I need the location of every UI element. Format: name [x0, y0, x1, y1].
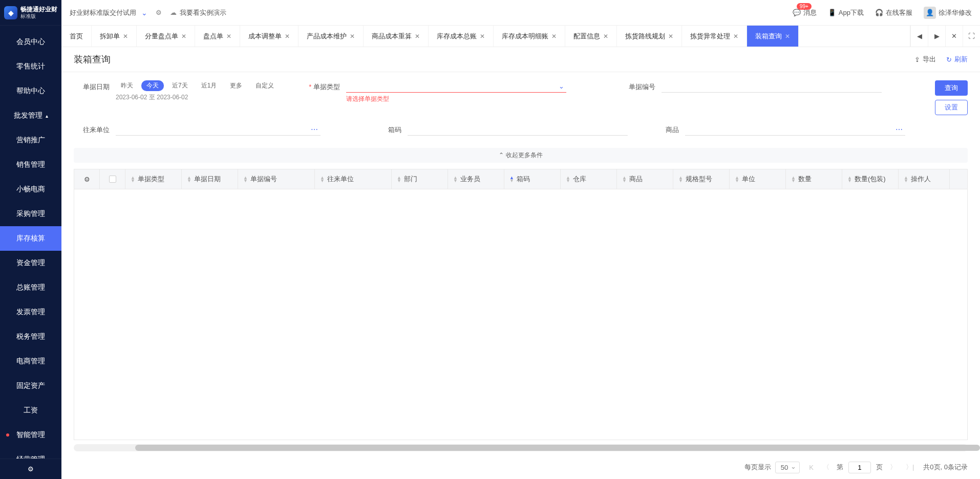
tab-2[interactable]: 分量盘点单✕: [137, 26, 195, 47]
close-icon[interactable]: ✕: [350, 33, 355, 40]
sidebar-item-9[interactable]: 资金管理: [0, 251, 61, 275]
page-input[interactable]: [848, 462, 871, 473]
query-button[interactable]: 查询: [935, 80, 968, 96]
tab-9[interactable]: 配置信息✕: [565, 26, 617, 47]
close-icon[interactable]: ✕: [551, 33, 557, 40]
tab-12[interactable]: 装箱查询✕: [747, 26, 799, 47]
messages-link[interactable]: 99+ 💬 消息: [793, 8, 817, 17]
tab-7[interactable]: 库存成本总账✕: [429, 26, 494, 47]
chevron-down-icon[interactable]: ⌄: [559, 82, 564, 90]
column-header-8[interactable]: ▲▼商品: [617, 169, 673, 189]
column-header-6[interactable]: ▲▼箱码: [504, 169, 561, 189]
column-header-12[interactable]: ▲▼数量(包装): [842, 169, 899, 189]
page-next[interactable]: 〉: [888, 462, 899, 473]
date-chip-5[interactable]: 自定义: [250, 80, 279, 91]
sidebar-item-12[interactable]: 税务管理: [0, 324, 61, 349]
sidebar-item-7[interactable]: 采购管理: [0, 202, 61, 226]
close-icon[interactable]: ✕: [733, 33, 738, 40]
close-icon[interactable]: ✕: [415, 33, 420, 40]
doc-type-select[interactable]: [346, 80, 566, 93]
product-input[interactable]: [685, 123, 905, 136]
sidebar-item-16[interactable]: 智能管理: [0, 423, 61, 447]
sidebar-item-1[interactable]: 零售统计: [0, 54, 61, 79]
user-menu[interactable]: 👤 徐泽华修改: [924, 7, 972, 19]
close-icon[interactable]: ✕: [668, 33, 673, 40]
date-chip-3[interactable]: 近1月: [196, 80, 222, 91]
sidebar-settings[interactable]: ⚙: [0, 459, 61, 479]
sidebar-item-15[interactable]: 工资: [0, 398, 61, 423]
tab-6[interactable]: 商品成本重算✕: [364, 26, 429, 47]
close-icon[interactable]: ✕: [285, 33, 290, 40]
tab-0[interactable]: 首页: [61, 26, 92, 47]
tabs-fullscreen[interactable]: ⛶: [963, 26, 980, 47]
sidebar-item-6[interactable]: 小畅电商: [0, 177, 61, 202]
column-header-4[interactable]: ▲▼部门: [392, 169, 448, 189]
page-first[interactable]: K: [807, 463, 816, 472]
export-button[interactable]: ⇪ 导出: [914, 55, 936, 64]
tab-4[interactable]: 成本调整单✕: [240, 26, 299, 47]
sidebar-item-14[interactable]: 固定资产: [0, 374, 61, 398]
sidebar-item-2[interactable]: 帮助中心: [0, 79, 61, 103]
customer-service-link[interactable]: 🎧 在线客服: [875, 8, 912, 17]
product-selector[interactable]: 好业财标准版交付试用 ⌄: [70, 8, 147, 17]
tab-11[interactable]: 拣货异常处理✕: [682, 26, 747, 47]
partner-input[interactable]: [116, 123, 321, 136]
close-icon[interactable]: ✕: [480, 33, 485, 40]
date-chip-0[interactable]: 昨天: [116, 80, 138, 91]
sidebar-item-10[interactable]: 总账管理: [0, 275, 61, 300]
tab-8[interactable]: 库存成本明细账✕: [494, 26, 565, 47]
tabs-next[interactable]: ▶: [928, 26, 945, 47]
tab-10[interactable]: 拣货路线规划✕: [617, 26, 682, 47]
app-download-link[interactable]: 📱 App下载: [828, 8, 864, 17]
column-header-0[interactable]: ▲▼单据类型: [125, 169, 182, 189]
close-icon[interactable]: ✕: [123, 33, 128, 40]
docno-input[interactable]: [662, 80, 882, 93]
page-size-select[interactable]: 50: [775, 462, 800, 473]
refresh-button[interactable]: ↻ 刷新: [946, 55, 968, 64]
close-icon[interactable]: ✕: [785, 33, 790, 40]
column-settings[interactable]: ⚙: [74, 169, 100, 189]
column-header-1[interactable]: ▲▼单据日期: [182, 169, 238, 189]
column-header-5[interactable]: ▲▼业务员: [448, 169, 504, 189]
column-header-2[interactable]: ▲▼单据编号: [238, 169, 315, 189]
tab-3[interactable]: 盘点单✕: [195, 26, 240, 47]
column-header-10[interactable]: ▲▼单位: [730, 169, 786, 189]
boxcode-input[interactable]: [408, 123, 628, 136]
sidebar-item-8[interactable]: 库存核算: [0, 226, 61, 251]
page-prev[interactable]: 〈: [821, 462, 832, 473]
more-icon[interactable]: ⋯: [896, 125, 903, 134]
sidebar-item-4[interactable]: 营销推广: [0, 128, 61, 153]
column-header-3[interactable]: ▲▼往来单位: [315, 169, 392, 189]
close-icon[interactable]: ✕: [181, 33, 186, 40]
collapse-filters[interactable]: ⌃ 收起更多条件: [74, 148, 968, 163]
date-chip-1[interactable]: 今天: [141, 80, 164, 91]
column-header-7[interactable]: ▲▼仓库: [561, 169, 617, 189]
sidebar-item-17[interactable]: 经营管理: [0, 447, 61, 459]
product-settings-icon[interactable]: ⚙: [156, 9, 162, 16]
scrollbar-thumb[interactable]: [135, 445, 980, 451]
tab-1[interactable]: 拆卸单✕: [92, 26, 137, 47]
sidebar-item-5[interactable]: 销售管理: [0, 153, 61, 177]
page-last[interactable]: 〉|: [904, 462, 916, 473]
sidebar-item-3[interactable]: 批发管理: [0, 103, 61, 128]
close-icon[interactable]: ✕: [603, 33, 608, 40]
horizontal-scrollbar[interactable]: [74, 444, 968, 451]
sidebar-item-13[interactable]: 电商管理: [0, 349, 61, 374]
tabs-prev[interactable]: ◀: [910, 26, 928, 47]
column-header-11[interactable]: ▲▼数量: [786, 169, 842, 189]
settings-button[interactable]: 设置: [935, 100, 968, 115]
column-header-13[interactable]: ▲▼操作人: [899, 169, 950, 189]
date-chip-4[interactable]: 更多: [225, 80, 247, 91]
column-label: 商品: [629, 175, 643, 184]
column-header-9[interactable]: ▲▼规格型号: [673, 169, 730, 189]
sidebar-item-11[interactable]: 发票管理: [0, 300, 61, 324]
select-all[interactable]: [100, 169, 125, 189]
more-icon[interactable]: ⋯: [311, 125, 318, 134]
close-icon[interactable]: ✕: [226, 33, 231, 40]
tabs-close-all[interactable]: ✕: [945, 26, 963, 47]
date-chip-2[interactable]: 近7天: [167, 80, 193, 91]
sidebar-item-0[interactable]: 会员中心: [0, 30, 61, 54]
tab-5[interactable]: 产品成本维护✕: [299, 26, 364, 47]
demo-link[interactable]: ☁ 我要看实例演示: [170, 8, 226, 17]
logo: ◆ 畅捷通好业财 标准版: [0, 0, 61, 26]
